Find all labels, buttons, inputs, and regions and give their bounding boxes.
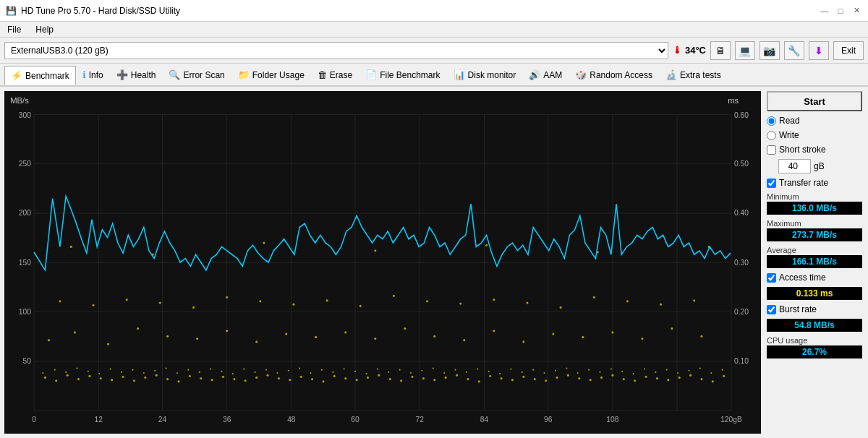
- tab-aam[interactable]: 🔊 AAM: [522, 65, 569, 84]
- svg-point-122: [552, 332, 554, 335]
- svg-point-202: [566, 367, 567, 369]
- titlebar-left: 💾 HD Tune Pro 5.70 - Hard Disk/SSD Utili…: [6, 6, 180, 16]
- svg-point-129: [93, 304, 95, 306]
- erase-icon: 🗑: [318, 69, 327, 80]
- svg-point-136: [326, 299, 328, 301]
- write-radio-row[interactable]: Write: [767, 130, 862, 140]
- menu-help[interactable]: Help: [33, 25, 56, 35]
- svg-point-130: [126, 299, 128, 301]
- svg-point-74: [389, 378, 391, 380]
- thermometer-icon: 🌡: [673, 45, 682, 56]
- svg-point-75: [400, 379, 402, 382]
- transfer-rate-checkbox[interactable]: [767, 179, 776, 188]
- svg-point-207: [621, 371, 623, 372]
- tab-extra-tests[interactable]: 🔬 Extra tests: [659, 65, 728, 84]
- svg-point-91: [578, 377, 580, 379]
- svg-point-167: [176, 372, 178, 374]
- svg-point-92: [590, 379, 592, 381]
- icon-btn-5[interactable]: ⬇: [809, 41, 829, 60]
- tab-file-benchmark[interactable]: 📄 File Benchmark: [359, 65, 446, 84]
- transfer-rate-row[interactable]: Transfer rate: [767, 178, 862, 188]
- burst-rate-section: 54.8 MB/s: [767, 319, 862, 332]
- tab-erase[interactable]: 🗑 Erase: [311, 65, 359, 84]
- exit-button[interactable]: Exit: [833, 41, 864, 60]
- stroke-input-row: gB: [767, 159, 862, 173]
- tab-benchmark[interactable]: ⚡ Benchmark: [4, 66, 76, 85]
- tab-extra-tests-label: Extra tests: [680, 70, 721, 80]
- access-time-row[interactable]: Access time: [767, 272, 862, 283]
- burst-rate-row[interactable]: Burst rate: [767, 304, 862, 314]
- svg-point-160: [98, 373, 100, 374]
- svg-point-109: [166, 335, 169, 338]
- menubar: File Help: [0, 22, 868, 38]
- svg-point-179: [310, 372, 312, 374]
- read-radio[interactable]: [767, 116, 776, 126]
- icon-btn-4[interactable]: 🔧: [784, 41, 804, 60]
- tab-error-scan[interactable]: 🔍 Error Scan: [162, 65, 231, 84]
- stroke-value-input[interactable]: [778, 159, 811, 173]
- svg-point-54: [166, 378, 169, 380]
- tab-random-access[interactable]: 🎲 Random Access: [569, 65, 659, 84]
- svg-point-101: [689, 374, 692, 377]
- svg-point-171: [221, 371, 222, 372]
- tab-aam-label: AAM: [543, 70, 562, 80]
- svg-point-79: [445, 377, 447, 379]
- svg-point-203: [577, 372, 579, 374]
- svg-point-138: [393, 295, 395, 297]
- svg-text:84: 84: [480, 415, 489, 424]
- svg-text:24: 24: [158, 415, 167, 424]
- start-button[interactable]: Start: [767, 91, 862, 111]
- svg-point-135: [292, 304, 294, 306]
- svg-point-137: [359, 305, 362, 307]
- svg-point-165: [154, 370, 156, 372]
- svg-point-145: [626, 300, 629, 302]
- svg-point-143: [560, 306, 562, 309]
- menu-file[interactable]: File: [4, 25, 24, 35]
- svg-point-53: [156, 374, 158, 377]
- minimum-value: 136.0 MB/s: [767, 202, 862, 215]
- icon-btn-2[interactable]: 💻: [735, 41, 755, 60]
- burst-rate-checkbox[interactable]: [767, 305, 776, 314]
- extra-tests-icon: 🔬: [665, 69, 677, 80]
- svg-text:96: 96: [544, 415, 553, 424]
- svg-point-144: [593, 296, 595, 299]
- svg-point-184: [365, 373, 367, 374]
- tab-info[interactable]: ℹ Info: [76, 65, 110, 84]
- svg-point-72: [367, 377, 369, 379]
- svg-point-200: [544, 372, 545, 374]
- svg-point-197: [510, 369, 511, 370]
- write-radio[interactable]: [767, 131, 776, 140]
- access-time-checkbox[interactable]: [767, 273, 776, 283]
- svg-point-159: [88, 371, 89, 372]
- icon-btn-3[interactable]: 📷: [760, 41, 780, 60]
- svg-point-107: [107, 343, 109, 345]
- svg-point-132: [192, 306, 195, 309]
- tab-disk-monitor[interactable]: 📊 Disk monitor: [447, 65, 523, 84]
- svg-point-188: [410, 372, 412, 374]
- svg-point-169: [199, 372, 200, 373]
- close-button[interactable]: ✕: [851, 5, 862, 17]
- svg-point-88: [545, 379, 547, 382]
- svg-point-170: [210, 369, 211, 370]
- minimize-button[interactable]: —: [819, 5, 830, 17]
- svg-point-172: [232, 373, 234, 374]
- svg-point-163: [132, 369, 133, 371]
- folder-icon: 📁: [238, 69, 250, 80]
- svg-text:108: 108: [606, 415, 618, 424]
- svg-point-52: [144, 377, 146, 379]
- tab-folder-usage[interactable]: 📁 Folder Usage: [231, 65, 311, 84]
- read-radio-row[interactable]: Read: [767, 116, 862, 126]
- svg-point-84: [501, 377, 503, 379]
- svg-point-114: [315, 336, 317, 338]
- svg-point-180: [321, 369, 323, 371]
- tab-health[interactable]: ➕ Health: [110, 65, 163, 84]
- maximize-button[interactable]: □: [835, 5, 846, 17]
- svg-point-50: [122, 376, 124, 378]
- drive-selector[interactable]: ExternalUSB3.0 (120 gB): [4, 42, 668, 59]
- short-stroke-row[interactable]: Short stroke: [767, 145, 862, 155]
- svg-point-187: [399, 369, 401, 371]
- svg-point-186: [388, 372, 389, 373]
- short-stroke-checkbox[interactable]: [767, 145, 776, 155]
- svg-point-68: [322, 380, 324, 382]
- icon-btn-1[interactable]: 🖥: [710, 41, 731, 60]
